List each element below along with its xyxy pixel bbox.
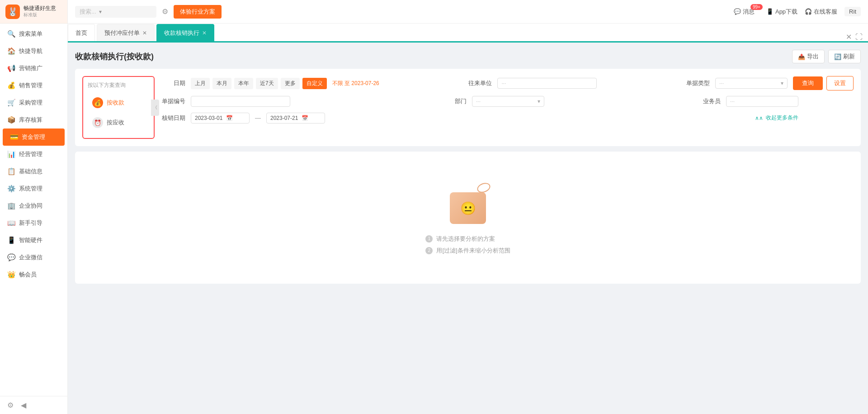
more-conditions-toggle[interactable]: ∧∧ 收起更多条件 xyxy=(755,112,798,124)
sidebar-item-purchase[interactable]: 🛒 采购管理 xyxy=(0,94,67,111)
sidebar-item-label: 搜索菜单 xyxy=(19,30,42,38)
more-conditions-label: 收起更多条件 xyxy=(766,114,798,122)
last-7-days-btn[interactable]: 近7天 xyxy=(256,78,278,89)
sidebar-item-member[interactable]: 👑 畅会员 xyxy=(0,266,67,283)
page-header: 收款核销执行(按收款) 📤 导出 🔄 刷新 xyxy=(75,50,861,63)
topbar-gear-icon[interactable]: ⚙ xyxy=(162,7,168,16)
more-date-btn[interactable]: 更多 xyxy=(281,78,300,89)
topbar: 搜索... ▾ ⚙ 体验行业方案 💬 消息 99+ 📱 App下载 🎧 在线客服… xyxy=(68,0,868,24)
settings-bottom-icon[interactable]: ⚙ xyxy=(7,401,14,409)
topbar-search-placeholder: 搜索... xyxy=(80,8,96,16)
doc-type-label: 单据类型 xyxy=(684,79,710,87)
doc-no-input[interactable] xyxy=(191,96,290,107)
filter-option-by-receivable[interactable]: ⏰ 按应收 xyxy=(88,114,149,132)
maximize-icon[interactable]: ⛶ xyxy=(855,33,863,41)
date-range-display: 不限 至 2023-07-26 xyxy=(332,80,379,87)
settings-button[interactable]: 设置 xyxy=(826,76,854,90)
customer-service-action[interactable]: 🎧 在线客服 xyxy=(805,8,837,16)
sidebar-item-system[interactable]: ⚙️ 系统管理 xyxy=(0,180,67,197)
marketing-icon: 📢 xyxy=(7,64,15,72)
sidebar-item-label: 库存核算 xyxy=(19,116,42,124)
sidebar-item-label: 采购管理 xyxy=(19,99,42,107)
tab-prepay[interactable]: 预付冲应付单 ✕ xyxy=(97,24,155,41)
sidebar-item-enterprise[interactable]: 🏢 企业协同 xyxy=(0,197,67,214)
filter-scheme-title: 按以下方案查询 xyxy=(88,81,149,89)
query-action-group: 查询 设置 xyxy=(793,76,854,90)
app-download-action[interactable]: 📱 App下载 xyxy=(766,8,797,16)
this-year-btn[interactable]: 本年 xyxy=(234,78,253,89)
topbar-search[interactable]: 搜索... ▾ xyxy=(75,6,156,18)
member-icon: 👑 xyxy=(7,271,15,279)
sidebar-item-basic[interactable]: 📋 基础信息 xyxy=(0,163,67,180)
message-badge: 99+ xyxy=(750,4,763,10)
tab-collection-label: 收款核销执行 xyxy=(164,29,199,37)
doc-no-label: 单据编号 xyxy=(160,97,185,105)
message-icon: 💬 xyxy=(734,8,741,15)
sidebar-item-sales[interactable]: 💰 销售管理 xyxy=(0,77,67,94)
filter-row-2: 单据编号 部门 ··· ▾ 业务员 ··· xyxy=(160,96,854,107)
salesperson-label: 业务员 xyxy=(695,97,721,105)
collapse-sidebar-icon[interactable]: ◀ xyxy=(21,401,26,409)
empty-step-2-text: 用[过滤]条件来缩小分析范围 xyxy=(436,245,510,257)
vendor-select[interactable]: ··· xyxy=(497,78,597,89)
app-edition: 标准版 xyxy=(24,12,56,18)
empty-box: 😐 xyxy=(450,192,486,224)
custom-date-tag[interactable]: 自定义 xyxy=(302,78,327,89)
page-title: 收款核销执行(按收款) xyxy=(75,51,154,62)
sidebar-item-operation[interactable]: 📊 经营管理 xyxy=(0,146,67,163)
sidebar-item-guide[interactable]: 📖 新手引导 xyxy=(0,214,67,232)
sidebar-bottom: ⚙ ◀ xyxy=(0,396,67,414)
filter-option-by-receipt[interactable]: 💰 按收款 xyxy=(88,94,149,112)
salesperson-select[interactable]: ··· xyxy=(726,96,798,107)
tab-prepay-close-icon[interactable]: ✕ xyxy=(142,30,147,36)
sidebar-item-marketing[interactable]: 📢 营销推广 xyxy=(0,60,67,77)
sidebar-item-label: 新手引导 xyxy=(19,219,42,227)
empty-state: 😐 1 请先选择要分析的方案 2 用[过滤]条件来缩小分析范围 xyxy=(75,152,861,284)
customer-service-label: 在线客服 xyxy=(814,8,837,16)
sidebar-item-label: 销售管理 xyxy=(19,81,42,90)
tab-collection[interactable]: 收款核销执行 ✕ xyxy=(156,24,214,41)
purchase-icon: 🛒 xyxy=(7,99,15,107)
finance-icon: 💳 xyxy=(10,133,18,141)
verify-date-start-input[interactable]: 2023-03-01 📅 xyxy=(191,113,250,124)
doc-type-placeholder: ··· xyxy=(719,80,724,86)
doc-type-select[interactable]: ··· ▾ xyxy=(715,78,788,89)
sidebar-item-wechat[interactable]: 💬 企业微信 xyxy=(0,249,67,266)
close-window-icon[interactable]: ✕ xyxy=(846,33,852,41)
message-action[interactable]: 💬 消息 99+ xyxy=(734,8,759,16)
sidebar-item-finance[interactable]: 💳 资金管理 xyxy=(3,128,65,146)
export-button[interactable]: 📤 导出 xyxy=(792,50,825,63)
search-menu-icon: 🔍 xyxy=(7,30,15,38)
filter-fields: 日期 上月 本月 本年 近7天 更多 自定义 不限 至 2023-07-26 往… xyxy=(160,76,854,139)
tab-collection-close-icon[interactable]: ✕ xyxy=(202,30,207,36)
this-month-btn[interactable]: 本月 xyxy=(212,78,231,89)
dept-select[interactable]: ··· ▾ xyxy=(472,96,544,107)
sidebar-item-search[interactable]: 🔍 搜索菜单 xyxy=(0,25,67,43)
collapse-icon: 《 xyxy=(153,105,157,111)
sidebar-item-quick-nav[interactable]: 🏠 快捷导航 xyxy=(0,43,67,60)
date-buttons-group: 上月 本月 本年 近7天 更多 自定义 xyxy=(191,78,327,89)
dept-label: 部门 xyxy=(441,97,467,105)
operation-icon: 📊 xyxy=(7,150,15,158)
verify-date-end-input[interactable]: 2023-07-21 📅 xyxy=(266,113,325,124)
last-month-btn[interactable]: 上月 xyxy=(191,78,210,89)
chevron-down-icon: ▾ xyxy=(781,80,783,86)
home-icon: 🏠 xyxy=(7,47,15,55)
sidebar-item-label: 基础信息 xyxy=(19,167,42,176)
sidebar-item-label: 企业微信 xyxy=(19,253,42,262)
filter-collapse-button[interactable]: 《 xyxy=(151,100,159,116)
query-button[interactable]: 查询 xyxy=(793,76,823,90)
main-area: 搜索... ▾ ⚙ 体验行业方案 💬 消息 99+ 📱 App下载 🎧 在线客服… xyxy=(68,0,868,414)
sidebar-item-label: 资金管理 xyxy=(22,133,45,141)
tab-home[interactable]: 首页 xyxy=(68,24,95,41)
service-icon: 🎧 xyxy=(805,8,812,15)
guide-icon: 📖 xyxy=(7,219,15,227)
tabs-bar: 首页 预付冲应付单 ✕ 收款核销执行 ✕ ✕ ⛶ xyxy=(68,24,868,43)
sidebar-item-hardware[interactable]: 📱 智能硬件 xyxy=(0,232,67,249)
filter-panel: 按以下方案查询 💰 按收款 ⏰ 按应收 《 日期 xyxy=(75,69,861,146)
refresh-button[interactable]: 🔄 刷新 xyxy=(828,50,861,63)
solution-button[interactable]: 体验行业方案 xyxy=(174,5,222,19)
user-name[interactable]: Rit xyxy=(844,7,861,16)
empty-step-2: 2 用[过滤]条件来缩小分析范围 xyxy=(425,245,510,257)
sidebar-item-inventory[interactable]: 📦 库存核算 xyxy=(0,111,67,128)
